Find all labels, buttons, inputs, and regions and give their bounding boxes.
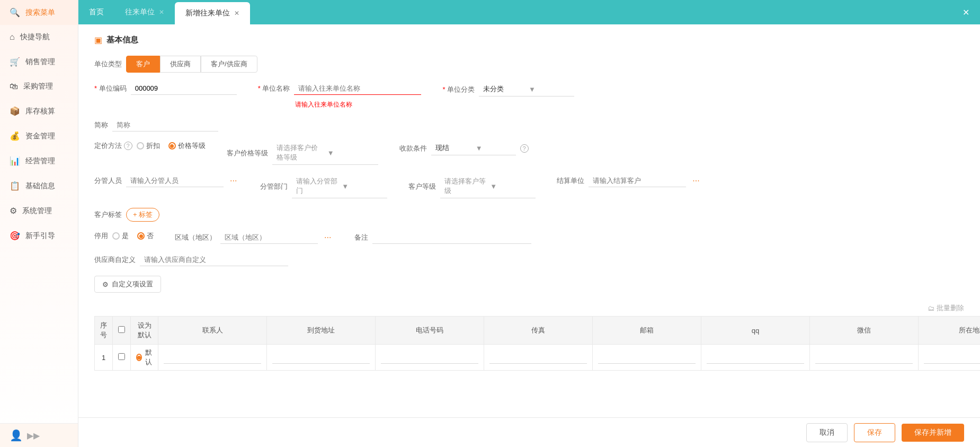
discount-radio-circle (137, 142, 144, 150)
custom-settings-row: ⚙ 自定义项设置 (94, 276, 964, 293)
region-input[interactable] (220, 231, 318, 244)
save-and-new-button[interactable]: 保存并新增 (902, 424, 964, 442)
remark-input[interactable] (372, 231, 531, 244)
close-new-partner-tab[interactable]: ✕ (234, 10, 239, 17)
col-contact: 联系人 (158, 317, 267, 345)
supervisor-input[interactable] (126, 174, 224, 187)
supplier-custom-input[interactable] (140, 253, 288, 266)
sidebar-item-guide[interactable]: 🎯 新手引导 (0, 223, 78, 248)
unit-code-group: * 单位编码 (94, 82, 237, 95)
table-actions: 🗂 批量删除 (94, 303, 964, 313)
payment-help-icon[interactable]: ? (520, 144, 529, 153)
unit-type-both[interactable]: 客户/供应商 (201, 56, 257, 73)
unit-code-input[interactable] (131, 82, 237, 95)
unit-type-customer[interactable]: 客户 (126, 56, 160, 73)
radio-disabled-yes[interactable]: 是 (112, 231, 129, 241)
unit-name-input[interactable] (294, 82, 421, 95)
settlement-more-btn[interactable]: ··· (690, 176, 701, 186)
batch-delete-button[interactable]: 🗂 批量删除 (928, 303, 964, 313)
price-level-dropdown-arrow: ▼ (327, 149, 374, 157)
custom-settings-btn[interactable]: ⚙ 自定义项设置 (94, 276, 161, 293)
disabled-label: 停用 (94, 231, 108, 241)
region-label: 区域（地区） (175, 233, 216, 242)
col-default: 设为默认 (131, 317, 158, 345)
close-partners-tab[interactable]: ✕ (159, 8, 164, 16)
batch-delete-icon: 🗂 (928, 304, 934, 312)
tab-home[interactable]: 首页 (78, 0, 114, 24)
close-all-button[interactable]: ✕ (958, 5, 974, 20)
row-email-input[interactable] (598, 351, 696, 364)
col-fax: 传真 (484, 317, 593, 345)
cancel-button[interactable]: 取消 (806, 423, 848, 442)
search-icon: 🔍 (10, 7, 20, 17)
basic-icon: 📋 (10, 181, 20, 191)
table-row: 1 默认 (95, 345, 981, 371)
unit-category-select[interactable]: 未分类 ▼ (479, 82, 574, 97)
sidebar-item-purchase[interactable]: 🛍 采购管理 (0, 74, 78, 99)
dept-select[interactable]: 请输入分管部门 ▼ (292, 174, 387, 198)
disabled-group: 停用 是 否 (94, 231, 154, 241)
contact-table: 序号 设为默认 联系人 到货地址 电话号码 传真 邮箱 qq 微信 所在地区 (94, 316, 980, 371)
section-title: 基本信息 (106, 35, 138, 45)
region-more-btn[interactable]: ··· (322, 233, 333, 242)
unit-name-label: * 单位名称 (258, 84, 290, 93)
disabled-row: 停用 是 否 区域（地区） ··· (94, 231, 964, 244)
payment-terms-group: 收款条件 现结 ▼ ? (399, 141, 529, 155)
disabled-radio-group: 是 否 (112, 231, 154, 241)
select-all-checkbox[interactable] (118, 326, 125, 333)
row-address-input[interactable] (272, 351, 370, 364)
customer-level-label: 客户等级 (408, 182, 436, 191)
sidebar-item-finance[interactable]: 💰 资金管理 (0, 124, 78, 148)
unit-name-error: 请输入往来单位名称 (295, 100, 352, 109)
col-qq: qq (701, 317, 810, 345)
sidebar-item-inventory[interactable]: 📦 库存核算 (0, 99, 78, 124)
row-checkbox[interactable] (118, 353, 125, 360)
row-address (267, 345, 376, 371)
form-content: ▣ 基本信息 单位类型 客户 供应商 客户/供应商 * 单位编码 (78, 24, 980, 417)
row-default-circle (136, 354, 142, 361)
radio-price-level[interactable]: 价格等级 (168, 141, 206, 151)
unit-type-supplier[interactable]: 供应商 (160, 56, 201, 73)
bottom-action-bar: 取消 保存 保存并新增 (78, 417, 980, 447)
radio-disabled-no[interactable]: 否 (137, 231, 154, 241)
pricing-method-group: 定价方法 ? 折扣 价格等级 (94, 141, 206, 151)
add-tag-button[interactable]: + 标签 (126, 208, 159, 222)
sidebar-item-basic[interactable]: 📋 基础信息 (0, 173, 78, 198)
row-region-input[interactable] (924, 351, 980, 364)
customer-price-level-label: 客户价格等级 (227, 148, 268, 158)
price-level-radio-dot (170, 144, 174, 148)
save-button[interactable]: 保存 (854, 423, 895, 442)
sidebar-item-search[interactable]: 🔍 搜索菜单 (0, 0, 78, 25)
sales-icon: 🛒 (10, 57, 20, 67)
col-phone: 电话号码 (376, 317, 484, 345)
row-contact-input[interactable] (164, 351, 261, 364)
dept-label: 分管部门 (260, 182, 288, 191)
row-phone-input[interactable] (381, 351, 478, 364)
supervisor-label: 分管人员 (94, 176, 122, 186)
customer-level-select[interactable]: 请选择客户等级 ▼ (440, 174, 536, 198)
tab-partners[interactable]: 往来单位 ✕ (114, 0, 175, 24)
row-seq: 1 (95, 345, 113, 371)
unit-code-label: * 单位编码 (94, 84, 127, 93)
customer-price-level-select[interactable]: 请选择客户价格等级 ▼ (272, 141, 378, 165)
row-default-radio[interactable]: 默认 (136, 348, 153, 367)
supervisor-more-btn[interactable]: ··· (228, 176, 239, 186)
pricing-row: 定价方法 ? 折扣 价格等级 客户价格 (94, 141, 964, 165)
payment-terms-select[interactable]: 现结 ▼ (431, 141, 516, 155)
inventory-icon: 📦 (10, 106, 20, 116)
row-fax-input[interactable] (489, 351, 587, 364)
radio-discount[interactable]: 折扣 (137, 141, 160, 151)
sidebar-item-sales[interactable]: 🛒 销售管理 (0, 49, 78, 74)
col-check (113, 317, 131, 345)
sidebar-item-operation[interactable]: 📊 经营管理 (0, 148, 78, 173)
row-qq-input[interactable] (707, 351, 804, 364)
short-name-input[interactable] (112, 119, 218, 132)
short-name-group: 简称 (94, 119, 218, 132)
sidebar-item-quicknav[interactable]: ⌂ 快捷导航 (0, 25, 78, 49)
sidebar-item-system[interactable]: ⚙ 系统管理 (0, 198, 78, 223)
row-wechat-input[interactable] (815, 351, 913, 364)
pricing-help-icon[interactable]: ? (124, 142, 132, 150)
col-email: 邮箱 (593, 317, 701, 345)
tab-new-partner[interactable]: 新增往来单位 ✕ (175, 2, 250, 24)
settlement-input[interactable] (589, 174, 686, 187)
